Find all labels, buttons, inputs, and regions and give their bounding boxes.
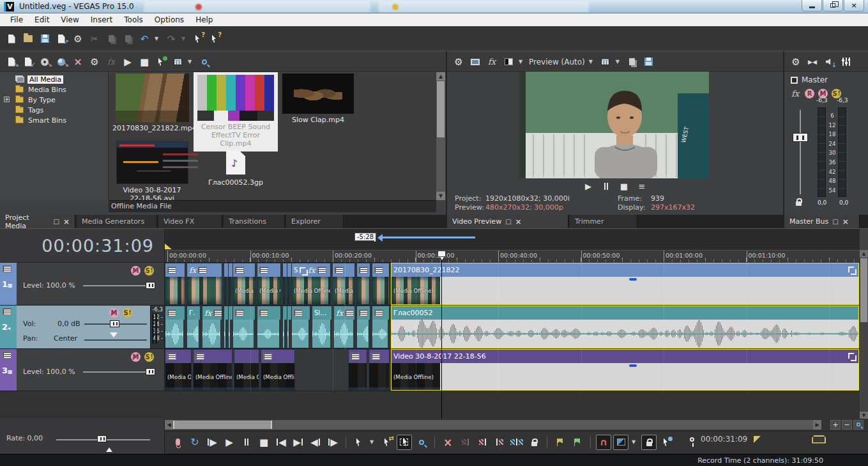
timeline-event[interactable] bbox=[224, 306, 227, 348]
loop-playback-icon[interactable]: ↻ bbox=[187, 435, 202, 450]
title-bar[interactable]: V Untitled.veg - VEGAS Pro 15.0 × bbox=[0, 0, 868, 13]
views-icon[interactable] bbox=[170, 54, 185, 70]
event-pan-crop-icon[interactable] bbox=[300, 267, 306, 274]
master-record-icon[interactable]: R bbox=[805, 89, 814, 98]
undo-icon[interactable]: ↶ bbox=[137, 31, 152, 47]
marker-bar[interactable]: -5:28 bbox=[165, 229, 860, 250]
menu-view[interactable]: View bbox=[56, 14, 84, 26]
undo-dropdown-icon[interactable]: ▼ bbox=[153, 31, 162, 47]
normal-edit-tool-icon[interactable] bbox=[351, 435, 367, 450]
external-monitor-icon[interactable] bbox=[468, 54, 483, 70]
track-2-pan-handle[interactable] bbox=[110, 332, 118, 341]
event-pan-crop-icon[interactable] bbox=[848, 267, 855, 273]
timeline-event[interactable]: (Media Offline) bbox=[193, 349, 232, 391]
timeline-event[interactable]: Sfx(Media Offline) bbox=[291, 263, 331, 305]
timeline-event[interactable]: Sl… bbox=[312, 306, 332, 348]
tree-item-smart-bins[interactable]: Smart Bins bbox=[0, 115, 108, 125]
rate-slider-handle[interactable] bbox=[97, 435, 107, 442]
zoom-in-timeline-button[interactable]: + bbox=[830, 420, 841, 430]
tab-close-icon[interactable]: × bbox=[515, 217, 522, 226]
render-as-icon[interactable]: ↗ bbox=[54, 31, 69, 47]
media-item[interactable]: 20170830_221822.mp4 bbox=[112, 74, 192, 132]
video-output-fx-icon[interactable]: fx bbox=[484, 54, 499, 70]
event-menu-icon[interactable] bbox=[259, 267, 268, 274]
master-fader-handle[interactable] bbox=[793, 133, 808, 142]
project-video-properties-icon[interactable]: ⚙ bbox=[451, 54, 466, 70]
enable-snapping-icon[interactable]: ∩ bbox=[596, 435, 611, 450]
split-screen-dropdown-icon[interactable]: ▼ bbox=[517, 54, 526, 70]
tree-item-tags[interactable]: Tags bbox=[0, 105, 108, 115]
preview-stop-button[interactable]: ■ bbox=[618, 180, 630, 192]
marker-triangle-icon[interactable] bbox=[165, 244, 172, 249]
record-icon[interactable] bbox=[170, 435, 185, 450]
event-fx-icon[interactable]: fx bbox=[336, 309, 343, 318]
timeline-event[interactable]: (Media Offline) bbox=[232, 263, 255, 305]
timeline-events-area[interactable]: 20170830_221822 (Media Offline) fx(Media… bbox=[165, 263, 860, 391]
previous-frame-icon[interactable]: ◀ bbox=[308, 435, 323, 450]
scrollbar-thumb[interactable] bbox=[437, 81, 445, 137]
track-2-mute-icon[interactable]: M bbox=[109, 308, 119, 318]
event-menu-icon[interactable] bbox=[335, 267, 344, 274]
overlays-dropdown-icon[interactable]: ▼ bbox=[614, 54, 623, 70]
media-properties-icon[interactable]: ⚙ bbox=[87, 54, 102, 70]
interactive-tutorials-icon[interactable]: ? bbox=[190, 31, 206, 47]
zoom-tool-button[interactable] bbox=[853, 420, 864, 430]
event-menu-icon[interactable] bbox=[263, 353, 272, 360]
track-3-solo-icon[interactable]: S! bbox=[144, 352, 154, 362]
selection-edit-tool-icon[interactable] bbox=[397, 435, 412, 450]
dock-tab-video-fx[interactable]: Video FX bbox=[158, 215, 222, 228]
timeline-event-video-1[interactable]: 20170830_221822 (Media Offline) bbox=[391, 263, 859, 305]
timeline-event[interactable] bbox=[232, 306, 255, 348]
dock-tab-project-media[interactable]: Project Media□× bbox=[0, 215, 75, 228]
dock-tab-explorer[interactable]: Explorer bbox=[286, 215, 344, 228]
open-project-icon[interactable] bbox=[20, 31, 36, 47]
mixing-console-icon[interactable] bbox=[838, 54, 853, 70]
timeline-event[interactable] bbox=[224, 263, 227, 305]
tab-close-icon[interactable]: × bbox=[842, 217, 849, 226]
track-1-level-slider[interactable] bbox=[83, 285, 152, 286]
expand-icon[interactable]: + bbox=[4, 97, 10, 102]
downmix-output-icon[interactable]: ▶◀ bbox=[805, 54, 820, 70]
timeline-event[interactable] bbox=[165, 306, 185, 348]
menu-help[interactable]: Help bbox=[190, 14, 218, 26]
next-frame-icon[interactable]: ▶ bbox=[325, 435, 340, 450]
master-io-icon[interactable] bbox=[791, 77, 798, 84]
menu-file[interactable]: File bbox=[5, 14, 28, 26]
timeline-event[interactable] bbox=[369, 349, 390, 391]
tree-item-all-media[interactable]: All Media bbox=[0, 74, 108, 84]
timeline-event[interactable] bbox=[228, 263, 231, 305]
tab-restore-icon[interactable]: □ bbox=[505, 218, 511, 225]
time-ruler[interactable]: 00:00:00:0000:00:10:0000:00:20:0000:00:3… bbox=[165, 250, 860, 263]
auto-ripple-dropdown-icon[interactable]: ▼ bbox=[630, 435, 639, 450]
insert-region-icon[interactable] bbox=[570, 435, 585, 450]
event-menu-icon[interactable] bbox=[345, 309, 354, 316]
track-1-menu-icon[interactable] bbox=[3, 265, 11, 272]
scroll-right-icon[interactable]: ▶ bbox=[813, 420, 821, 430]
lock-event-icon[interactable] bbox=[526, 435, 542, 450]
preview-stop-icon[interactable]: ■ bbox=[137, 54, 152, 70]
dim-output-icon[interactable]: ↓ bbox=[821, 54, 837, 70]
timeline-event[interactable] bbox=[257, 306, 281, 348]
scroll-left-icon[interactable]: ◀ bbox=[165, 420, 173, 430]
dock-tab-trimmer[interactable]: Trimmer bbox=[570, 215, 637, 228]
timeline-event[interactable] bbox=[356, 263, 370, 305]
scrollbar-thumb[interactable] bbox=[173, 421, 272, 429]
envelope-node[interactable] bbox=[629, 278, 637, 281]
event-fx-icon[interactable]: fx bbox=[189, 266, 196, 275]
track-3-level-handle[interactable] bbox=[146, 368, 155, 375]
event-menu-icon[interactable] bbox=[294, 309, 303, 316]
preview-quality-dropdown-icon[interactable]: ▼ bbox=[588, 54, 597, 70]
scroll-up-icon[interactable]: ▲ bbox=[436, 72, 445, 81]
event-pan-crop-icon[interactable] bbox=[848, 353, 855, 359]
trim-end-icon[interactable] bbox=[475, 435, 490, 450]
event-menu-icon[interactable] bbox=[317, 267, 326, 274]
event-fx-icon[interactable]: fx bbox=[308, 266, 315, 275]
timeline-event[interactable] bbox=[348, 349, 367, 391]
track-1-solo-icon[interactable]: S! bbox=[144, 266, 154, 276]
mixer-properties-icon[interactable]: ⚙ bbox=[788, 54, 803, 70]
extract-audio-from-cd-icon[interactable]: ↘ bbox=[37, 54, 52, 70]
track-header-3[interactable]: 3▦ M S! Level: 100,0 % bbox=[0, 349, 165, 391]
timeline-event[interactable] bbox=[372, 263, 390, 305]
envelope-node[interactable] bbox=[629, 364, 637, 367]
event-menu-icon[interactable] bbox=[213, 309, 222, 316]
